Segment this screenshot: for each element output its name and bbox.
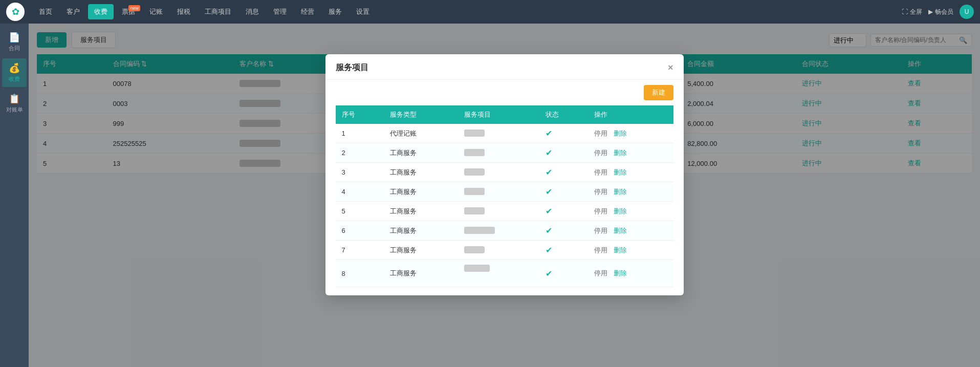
modal-table-row: 1代理记账████1✔停用 删除	[336, 124, 673, 143]
avatar[interactable]: U	[960, 5, 974, 19]
modal-td-status: ✔	[539, 260, 588, 287]
delete-button[interactable]: 删除	[614, 269, 627, 277]
nav-item-fuwu[interactable]: 服务	[322, 4, 348, 19]
member-icon: ▶	[928, 8, 933, 15]
nav-item-guanli[interactable]: 管理	[267, 4, 293, 19]
delete-button[interactable]: 删除	[614, 227, 627, 234]
modal-table-row: 6工商服务██████✔停用 删除	[336, 221, 673, 241]
status-check-icon: ✔	[546, 129, 552, 138]
modal-td-action: 停用 删除	[588, 124, 673, 143]
modal-td-item: ████1	[458, 124, 539, 143]
stop-button[interactable]: 停用	[594, 269, 607, 277]
sidebar-item-label-shoufei: 收费	[9, 75, 20, 83]
stop-button[interactable]: 停用	[594, 246, 607, 254]
modal-new-button[interactable]: 新建	[644, 85, 673, 100]
modal-td-item: ████	[458, 202, 539, 221]
modal-table-body: 1代理记账████1✔停用 删除2工商服务████✔停用 删除3工商服务████…	[336, 124, 673, 287]
duizhang-icon: 📋	[9, 93, 20, 104]
fullscreen-icon: ⛶	[902, 8, 908, 15]
modal-table-row: 2工商服务████✔停用 删除	[336, 143, 673, 163]
nav-item-shoufei[interactable]: 收费	[88, 4, 114, 19]
main-content: 新增 服务项目 进行中已完成已终止 🔍 序号合同编码 ⇅客户名称 ⇅服务项目 ⇅…	[29, 24, 980, 367]
shoufei-icon: 💰	[9, 62, 20, 74]
nav-item-home[interactable]: 首页	[33, 4, 58, 19]
modal-td-type: 工商服务	[384, 202, 458, 221]
stop-button[interactable]: 停用	[594, 188, 607, 196]
delete-button[interactable]: 删除	[614, 168, 627, 176]
modal-td-type: 工商服务	[384, 241, 458, 260]
service-items-modal: 服务项目 × 新建 序号服务类型服务项目状态操作 1代理记账████1✔停用 删…	[325, 54, 684, 295]
stop-button[interactable]: 停用	[594, 227, 607, 234]
modal-td-item: ████	[458, 182, 539, 202]
modal-td-action: 停用 删除	[588, 241, 673, 260]
sidebar-item-shoufei[interactable]: 💰 收费	[2, 58, 27, 87]
delete-button[interactable]: 删除	[614, 188, 627, 196]
member-button[interactable]: ▶ 畅会员	[928, 8, 953, 16]
stop-button[interactable]: 停用	[594, 149, 607, 157]
modal-td-item: ████	[458, 143, 539, 163]
hetong-icon: 📄	[9, 32, 20, 43]
modal-td-seq: 3	[336, 163, 384, 182]
status-check-icon: ✔	[546, 246, 552, 254]
delete-button[interactable]: 删除	[614, 246, 627, 254]
stop-button[interactable]: 停用	[594, 129, 607, 137]
modal-td-item: ████注册	[458, 260, 539, 287]
status-check-icon: ✔	[546, 148, 552, 157]
modal-body: 序号服务类型服务项目状态操作 1代理记账████1✔停用 删除2工商服务████…	[325, 105, 684, 295]
modal-td-action: 停用 删除	[588, 202, 673, 221]
sidebar-item-label-hetong: 合同	[9, 45, 20, 52]
nav-item-gongshang[interactable]: 工商项目	[199, 4, 237, 19]
nav-item-xiaoxi[interactable]: 消息	[239, 4, 265, 19]
status-check-icon: ✔	[546, 269, 552, 278]
status-check-icon: ✔	[546, 168, 552, 177]
modal-td-action: 停用 删除	[588, 182, 673, 202]
modal-table-row: 8工商服务████注册✔停用 删除	[336, 260, 673, 287]
nav-item-customer[interactable]: 客户	[60, 4, 86, 19]
nav-item-shezhi[interactable]: 设置	[350, 4, 376, 19]
nav-right: ⛶ 全屏 ▶ 畅会员 U	[902, 5, 974, 19]
status-check-icon: ✔	[546, 187, 552, 196]
modal-th-action: 操作	[588, 105, 673, 124]
modal-close-button[interactable]: ×	[668, 62, 673, 73]
fullscreen-button[interactable]: ⛶ 全屏	[902, 8, 922, 16]
modal-table-row: 7工商服务████✔停用 删除	[336, 241, 673, 260]
delete-button[interactable]: 删除	[614, 149, 627, 157]
modal-title: 服务项目	[336, 62, 368, 73]
modal-th-type: 服务类型	[384, 105, 458, 124]
status-check-icon: ✔	[546, 226, 552, 235]
status-check-icon: ✔	[546, 207, 552, 215]
nav-badge-piao: new	[128, 5, 140, 11]
modal-td-type: 工商服务	[384, 182, 458, 202]
service-items-table: 序号服务类型服务项目状态操作 1代理记账████1✔停用 删除2工商服务████…	[336, 105, 673, 287]
modal-td-type: 代理记账	[384, 124, 458, 143]
modal-table-row: 3工商服务████✔停用 删除	[336, 163, 673, 182]
stop-button[interactable]: 停用	[594, 168, 607, 176]
modal-td-action: 停用 删除	[588, 221, 673, 241]
modal-td-status: ✔	[539, 124, 588, 143]
modal-td-type: 工商服务	[384, 163, 458, 182]
nav-item-baoshui[interactable]: 报税	[171, 4, 197, 19]
modal-td-status: ✔	[539, 143, 588, 163]
sidebar-item-duizhang[interactable]: 📋 对账单	[2, 89, 27, 118]
sidebar-item-hetong[interactable]: 📄 合同	[2, 28, 27, 56]
nav-item-jingying[interactable]: 经营	[295, 4, 320, 19]
modal-overlay: 服务项目 × 新建 序号服务类型服务项目状态操作 1代理记账████1✔停用 删…	[29, 24, 980, 367]
modal-td-item: ██████	[458, 221, 539, 241]
modal-td-status: ✔	[539, 202, 588, 221]
modal-td-action: 停用 删除	[588, 143, 673, 163]
modal-header: 服务项目 ×	[325, 54, 684, 80]
main-layout: 📄 合同💰 收费📋 对账单 新增 服务项目 进行中已完成已终止 🔍	[0, 24, 980, 367]
modal-th-status: 状态	[539, 105, 588, 124]
delete-button[interactable]: 删除	[614, 207, 627, 215]
nav-item-jiz[interactable]: 记账	[143, 4, 169, 19]
modal-td-type: 工商服务	[384, 143, 458, 163]
logo-icon: ✿	[12, 6, 19, 17]
modal-table-row: 5工商服务████✔停用 删除	[336, 202, 673, 221]
sidebar: 📄 合同💰 收费📋 对账单	[0, 24, 29, 367]
modal-td-seq: 4	[336, 182, 384, 202]
nav-items: 首页客户收费票据new记账报税工商项目消息管理经营服务设置	[33, 4, 902, 19]
delete-button[interactable]: 删除	[614, 129, 627, 137]
stop-button[interactable]: 停用	[594, 207, 607, 215]
modal-td-item: ████	[458, 241, 539, 260]
nav-item-piao[interactable]: 票据new	[116, 4, 141, 19]
